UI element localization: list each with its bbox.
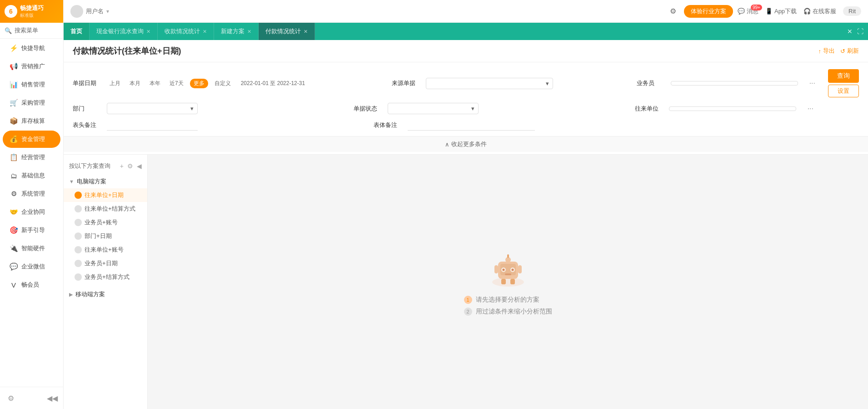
- refresh-icon: ↺: [840, 48, 845, 55]
- doc-status-select[interactable]: ▾: [388, 103, 479, 114]
- sidebar-item-system[interactable]: ⚙ 系统管理: [3, 185, 60, 202]
- sidebar-item-hardware[interactable]: 🔌 智能硬件: [3, 240, 60, 257]
- panel-item-salesman-settlement[interactable]: 业务员+结算方式: [64, 270, 147, 284]
- hint-num-1: 1: [464, 296, 472, 304]
- nav-icon-operations: 📋: [10, 153, 18, 162]
- source-dropdown-icon: ▾: [546, 80, 549, 87]
- nav-icon-wechat: 💬: [10, 263, 18, 271]
- panel-item-icon-counterpart-account: [75, 246, 82, 253]
- tab-receipt-stats[interactable]: 收款情况统计✕: [158, 23, 214, 40]
- tab-label-payment-stats: 付款情况统计: [265, 27, 301, 35]
- panel-item-salesman-date[interactable]: 业务员+日期: [64, 257, 147, 270]
- tab-bank-flow[interactable]: 现金银行流水查询✕: [90, 23, 158, 40]
- right-content: 1 请先选择要分析的方案 2 用过滤条件来缩小分析范围: [148, 155, 868, 409]
- settings-btn[interactable]: 设置: [828, 85, 859, 97]
- desktop-section-header[interactable]: ▼ 电脑端方案: [64, 175, 147, 188]
- date-this-month[interactable]: 本月: [127, 79, 143, 88]
- svg-rect-9: [507, 254, 509, 258]
- nav-label-enterprise: 企业协同: [21, 208, 45, 216]
- filter-panel: 单据日期 上月 本月 本年 近7天 更多 自定义 2022-01-01 至 20…: [64, 62, 868, 155]
- mobile-section: ▶ 移动端方案: [64, 286, 147, 303]
- mobile-arrow: ▶: [69, 292, 73, 298]
- tab-close-receipt-stats[interactable]: ✕: [203, 29, 207, 35]
- panel-item-icon-dept-date: [75, 232, 82, 240]
- salesman-select[interactable]: [671, 81, 798, 86]
- trial-btn[interactable]: 体验行业方案: [684, 5, 733, 18]
- panel-collapse-btn[interactable]: ◀: [137, 162, 142, 170]
- topbar-username[interactable]: Rit: [843, 6, 861, 16]
- panel-item-counterpart-date[interactable]: 往来单位+日期: [64, 188, 147, 202]
- sidebar-item-inventory[interactable]: 📦 库存核算: [3, 112, 60, 130]
- nav-label-wechat: 企业微信: [21, 263, 45, 271]
- dept-dropdown-icon: ▾: [190, 105, 194, 112]
- mobile-section-header[interactable]: ▶ 移动端方案: [64, 288, 147, 301]
- date-this-year[interactable]: 本年: [147, 79, 163, 88]
- tab-new-plan[interactable]: 新建方案✕: [214, 23, 259, 40]
- maximize-btn[interactable]: ⛶: [857, 28, 863, 35]
- table-body-input[interactable]: [408, 120, 535, 131]
- panel-item-icon-counterpart-date: [75, 192, 82, 199]
- footer-settings-btn[interactable]: ⚙: [5, 392, 17, 404]
- collapse-btn[interactable]: ∧ 收起更多条件: [64, 136, 868, 152]
- sidebar-item-sales[interactable]: 📊 销售管理: [3, 76, 60, 93]
- search-icon: 🔍: [5, 27, 12, 34]
- nav-icon-guide: 🎯: [10, 226, 18, 234]
- panel-item-dept-date[interactable]: 部门+日期: [64, 229, 147, 243]
- table-body-label: 表体备注: [374, 121, 399, 129]
- tab-home[interactable]: 首页: [64, 23, 90, 40]
- refresh-btn[interactable]: ↺ 刷新: [840, 47, 859, 55]
- panel-settings-btn[interactable]: ⚙: [127, 162, 133, 170]
- filter-row-1: 单据日期 上月 本月 本年 近7天 更多 自定义 2022-01-01 至 20…: [73, 69, 859, 97]
- source-select[interactable]: ▾: [426, 78, 553, 89]
- messages-btn[interactable]: 💬 消息 99+: [738, 7, 758, 15]
- sidebar-item-member[interactable]: V 畅会员: [3, 276, 60, 293]
- dept-select[interactable]: ▾: [107, 103, 198, 114]
- topbar-settings-btn[interactable]: ⚙: [667, 5, 679, 18]
- date-more[interactable]: 更多: [190, 79, 208, 88]
- sidebar-item-quick-nav[interactable]: ⚡ 快捷导航: [3, 40, 60, 57]
- counterpart-select[interactable]: [669, 106, 796, 111]
- online-service-btn[interactable]: 🎧 在线客服: [803, 7, 836, 15]
- footer-collapse-btn[interactable]: ◀◀: [46, 392, 59, 404]
- sidebar-item-operations[interactable]: 📋 经营管理: [3, 149, 60, 166]
- date-prev-month[interactable]: 上月: [107, 79, 123, 88]
- panel-header-icons: + ⚙ ◀: [120, 162, 142, 170]
- sidebar-item-finance[interactable]: 💰 资金管理: [3, 131, 60, 148]
- sidebar-item-enterprise[interactable]: 🤝 企业协同: [3, 203, 60, 221]
- tab-close-bank-flow[interactable]: ✕: [146, 29, 150, 35]
- sidebar-item-guide[interactable]: 🎯 新手引导: [3, 222, 60, 239]
- salesman-more[interactable]: ···: [809, 79, 815, 87]
- counterpart-more[interactable]: ···: [808, 105, 813, 113]
- panel-item-icon-salesman-settlement: [75, 273, 82, 281]
- tabs-bar: 首页现金银行流水查询✕收款情况统计✕新建方案✕付款情况统计✕ ✕ ⛶: [64, 23, 868, 40]
- search-menu[interactable]: 🔍 搜索菜单: [0, 23, 63, 39]
- close-all-btn[interactable]: ✕: [847, 28, 853, 35]
- table-header-input[interactable]: [107, 120, 198, 131]
- panel-item-salesman-account[interactable]: 业务员+账号: [64, 216, 147, 229]
- sidebar-item-purchase[interactable]: 🛒 采购管理: [3, 94, 60, 111]
- export-btn[interactable]: ↑ 导出: [818, 47, 835, 55]
- sidebar-item-wechat[interactable]: 💬 企业微信: [3, 258, 60, 275]
- panel-item-counterpart-settlement[interactable]: 往来单位+结算方式: [64, 202, 147, 216]
- app-subtitle: 标准版: [20, 12, 44, 19]
- app-download-btn[interactable]: 📱 App下载: [765, 7, 797, 15]
- nav-icon-hardware: 🔌: [10, 244, 18, 252]
- sidebar-item-marketing[interactable]: 📢 营销推广: [3, 58, 60, 75]
- nav-icon-enterprise: 🤝: [10, 208, 18, 216]
- nav-icon-marketing: 📢: [10, 62, 18, 71]
- nav-icon-system: ⚙: [10, 190, 18, 198]
- nav-label-basic-info: 基础信息: [21, 172, 45, 180]
- sidebar-item-basic-info[interactable]: 🗂 基础信息: [3, 167, 60, 184]
- tab-close-new-plan[interactable]: ✕: [247, 29, 251, 35]
- tab-payment-stats[interactable]: 付款情况统计✕: [259, 23, 315, 40]
- panel-item-counterpart-account[interactable]: 往来单位+账号: [64, 243, 147, 257]
- tab-close-payment-stats[interactable]: ✕: [304, 29, 308, 35]
- date-custom[interactable]: 自定义: [212, 79, 234, 88]
- panel-add-btn[interactable]: +: [120, 162, 124, 170]
- nav-icon-basic-info: 🗂: [10, 172, 18, 180]
- query-btn[interactable]: 查询: [828, 69, 859, 83]
- app-logo: 6: [5, 5, 17, 18]
- user-name-text: 用户名: [86, 7, 104, 15]
- date-last-7[interactable]: 近7天: [167, 79, 186, 88]
- search-menu-label: 搜索菜单: [15, 26, 38, 35]
